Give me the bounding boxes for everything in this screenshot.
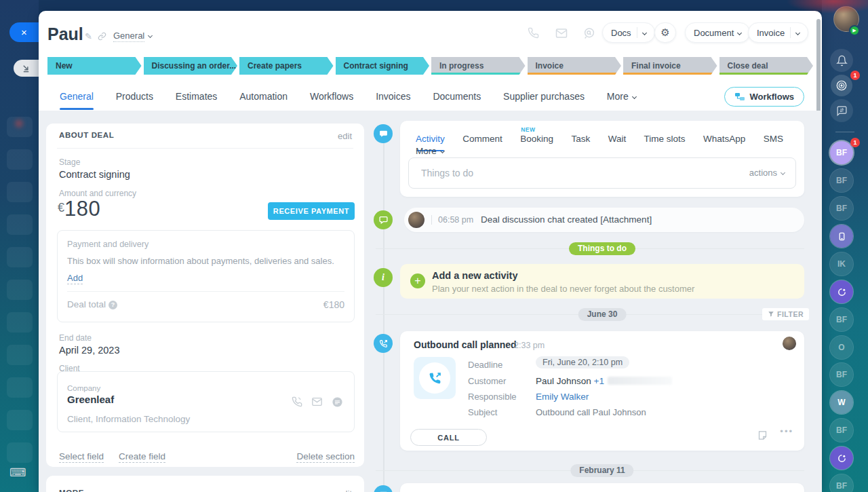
avatar-bubble[interactable]: BF <box>830 308 853 331</box>
avatar-bubble[interactable]: BF <box>830 363 853 386</box>
phone-icon[interactable] <box>528 27 540 39</box>
avatar-bubble[interactable]: BF <box>830 197 853 220</box>
avatar-bubble[interactable]: O <box>830 336 853 359</box>
stage-create-papers[interactable]: Create papers <box>239 57 334 75</box>
stage-close-deal[interactable]: Close deal <box>719 57 814 75</box>
receive-payment-button[interactable]: RECEIVE PAYMENT <box>268 202 355 220</box>
workflows-button[interactable]: Workflows <box>724 87 805 107</box>
responsible-link[interactable]: Emily Walker <box>536 392 589 402</box>
funnel-selector[interactable]: General <box>113 31 152 41</box>
phone-icon[interactable] <box>292 396 302 408</box>
filter-button[interactable]: FILTER <box>762 308 809 320</box>
delete-section-link[interactable]: Delete section <box>296 451 355 463</box>
collapse-panel-button[interactable] <box>14 60 39 77</box>
edit-title-icon[interactable]: ✎ <box>85 31 92 41</box>
sidebar-menu-item[interactable] <box>7 442 33 463</box>
stage-discussing[interactable]: Discussing an order... <box>144 57 238 75</box>
copy-link-icon[interactable] <box>98 32 106 41</box>
sidebar-menu-item[interactable] <box>7 377 33 398</box>
tab-general[interactable]: General <box>60 91 94 102</box>
company-name-link[interactable]: Greenleaf <box>67 394 114 405</box>
call-button[interactable]: CALL <box>410 429 487 446</box>
goals-button[interactable] <box>831 75 852 96</box>
customer-name[interactable]: Paul Johnson <box>536 376 591 386</box>
invoice-dropdown[interactable]: Invoice <box>748 22 808 43</box>
stage-new[interactable]: New <box>47 57 142 75</box>
actions-dropdown[interactable]: actions <box>749 168 785 178</box>
avatar-bubble[interactable]: BF <box>830 419 853 442</box>
avatar-bubble[interactable]: BF <box>830 141 853 164</box>
tab-invoices[interactable]: Invoices <box>376 91 410 102</box>
mail-icon[interactable] <box>311 396 323 408</box>
settings-button[interactable]: ⚙ <box>654 22 676 43</box>
sidebar-menu-item[interactable] <box>7 312 33 333</box>
messenger-button[interactable] <box>830 99 853 122</box>
stage-final-invoice[interactable]: Final invoice <box>623 57 717 75</box>
sidebar-menu-item[interactable] <box>7 247 33 267</box>
select-field-link[interactable]: Select field <box>59 451 104 463</box>
edit-section-link[interactable]: edit <box>338 131 352 141</box>
avatar-bubble[interactable]: BF <box>830 169 853 192</box>
todo-input[interactable] <box>421 158 653 188</box>
currency-symbol: € <box>58 201 64 214</box>
customer-phone-prefix[interactable]: +1 <box>594 376 604 386</box>
app-logo-bubble[interactable] <box>830 280 853 303</box>
sidebar-menu-item[interactable] <box>7 182 33 202</box>
more-options-icon[interactable]: ••• <box>780 426 793 436</box>
tab-more[interactable]: More <box>607 91 636 102</box>
mail-icon[interactable] <box>555 27 568 39</box>
sidebar-menu-item[interactable] <box>7 117 33 137</box>
avatar-bubble[interactable]: W <box>830 391 853 414</box>
edit-section-link[interactable]: edit <box>338 489 352 492</box>
chat-icon[interactable] <box>332 396 343 408</box>
tab-comment[interactable]: Comment <box>462 134 502 144</box>
tab-estimates[interactable]: Estimates <box>176 91 217 102</box>
sidebar-menu-item[interactable] <box>7 214 33 235</box>
tab-products[interactable]: Products <box>116 91 153 102</box>
chat-search-icon[interactable] <box>583 27 595 39</box>
avatar-bubble[interactable]: BF <box>830 474 853 492</box>
avatar-badge: 1 <box>850 138 860 147</box>
notifications-button[interactable] <box>830 49 853 72</box>
sidebar-menu-item[interactable] <box>7 345 33 365</box>
plus-icon[interactable]: + <box>410 273 425 288</box>
keyboard-icon[interactable]: ⌨ <box>9 466 26 480</box>
tab-sms[interactable]: SMS <box>764 134 783 144</box>
customer-value: Paul Johnson +1 <box>536 376 672 386</box>
help-icon[interactable]: ? <box>108 301 117 309</box>
tab-task[interactable]: Task <box>571 134 590 144</box>
chat-event-row[interactable]: 06:58 pm Deal discussion chat created [A… <box>404 208 804 232</box>
tab-whatsapp[interactable]: WhatsApp <box>703 134 745 144</box>
tab-wait[interactable]: Wait <box>608 134 627 144</box>
stage-contract-signing[interactable]: Contract signing <box>336 57 430 75</box>
tab-automation[interactable]: Automation <box>239 91 288 102</box>
call-event-title: Outbound call planned <box>414 339 517 350</box>
play-badge-icon[interactable]: ▶ <box>849 25 860 36</box>
tab-more-activity[interactable]: More <box>416 146 444 156</box>
note-icon[interactable] <box>757 430 768 440</box>
device-icon <box>837 232 846 241</box>
tab-supplier-purchases[interactable]: Supplier purchases <box>503 91 585 102</box>
section-title: ABOUT DEAL <box>59 131 114 139</box>
tab-documents[interactable]: Documents <box>433 91 481 102</box>
tab-workflows[interactable]: Workflows <box>310 91 353 102</box>
tab-time-slots[interactable]: Time slots <box>644 134 686 144</box>
sidebar-menu-item[interactable] <box>7 280 33 300</box>
document-dropdown[interactable]: Document <box>685 22 750 43</box>
stage-invoice[interactable]: Invoice <box>528 57 622 75</box>
avatar-bubble[interactable]: IK <box>830 252 853 276</box>
add-payment-link[interactable]: Add <box>67 273 83 284</box>
bot-avatar-bubble[interactable] <box>830 225 853 248</box>
stage-in-progress[interactable]: In progress <box>431 57 526 75</box>
payment-box-description: This box will show information about pay… <box>67 256 334 266</box>
create-field-link[interactable]: Create field <box>119 451 165 463</box>
tab-activity[interactable]: Activity <box>416 134 445 144</box>
app-logo-bubble[interactable] <box>830 447 853 470</box>
sidebar-menu-item[interactable] <box>7 149 33 170</box>
add-activity-card[interactable]: + Add a new activity Plan your next acti… <box>400 264 804 299</box>
docs-dropdown[interactable]: Docs <box>602 22 655 43</box>
todo-composer: actions <box>408 157 796 189</box>
tab-booking[interactable]: NEWBooking <box>520 134 553 144</box>
sidebar-menu-item[interactable] <box>7 410 33 430</box>
close-panel-button[interactable]: × <box>9 22 39 42</box>
